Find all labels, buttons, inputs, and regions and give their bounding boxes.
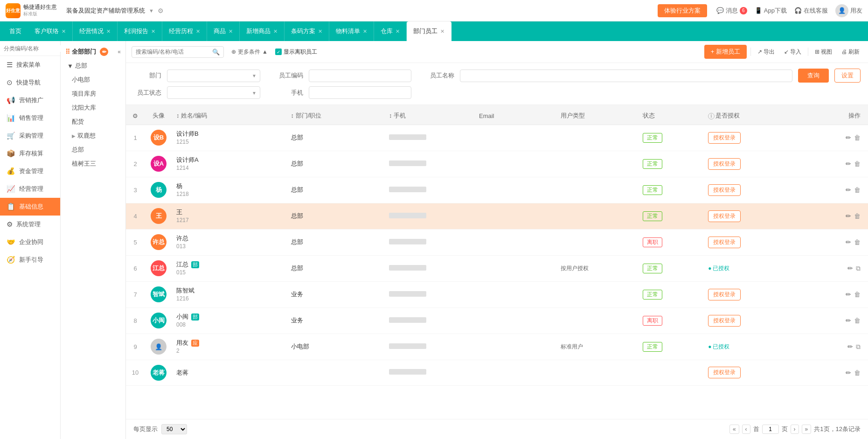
query-button[interactable]: 查询 [798,69,829,83]
print-button[interactable]: 🖨 刷新 [839,46,862,58]
sidebar-item-enterprise[interactable]: 🤝 企业协同 [0,233,60,251]
tab-home[interactable]: 首页 [3,21,28,41]
del-btn-3[interactable]: 🗑 [854,186,861,194]
tab-operations[interactable]: 经营情况 ✕ [73,21,118,41]
tab-goods[interactable]: 商品 ✕ [207,21,240,41]
edit-btn-6[interactable]: ✏ [847,265,853,272]
tab-dept-staff-close[interactable]: ✕ [440,28,444,35]
online-service-item[interactable]: 🎧 在线客服 [794,7,828,15]
auth-btn-8[interactable]: 授权登录 [708,315,741,327]
emp-name-input[interactable] [460,70,792,82]
copy-btn-6[interactable]: ⧉ [856,265,861,272]
edit-btn-9[interactable]: ✏ [847,343,853,350]
auth-btn-7[interactable]: 授权登录 [708,289,741,300]
edit-btn-1[interactable]: ✏ [846,134,851,141]
del-btn-10[interactable]: 🗑 [854,369,861,376]
tab-warehouse[interactable]: 仓库 ✕ [374,21,407,41]
tab-customer-close[interactable]: ✕ [62,28,66,35]
settings-button[interactable]: 设置 [834,69,861,83]
auth-btn-2[interactable]: 授权登录 [708,158,741,170]
user-item[interactable]: 👤 用友 [835,4,862,17]
sidebar-item-operations[interactable]: 📈 经营管理 [0,180,60,198]
tree-item-ph[interactable]: 配货 [61,115,125,129]
phone-input[interactable] [309,86,411,99]
sidebar-item-quick-nav[interactable]: ⊙ 快捷导航 [0,74,60,91]
col-settings[interactable]: ⚙ [126,107,145,125]
sidebar-item-base-info[interactable]: 📋 基础信息 [0,198,60,216]
tab-bom[interactable]: 物料清单 ✕ [329,21,374,41]
tab-history-close[interactable]: ✕ [196,28,200,35]
col-name-code[interactable]: ↕ 姓名/编码 [173,107,287,125]
tree-item-xmk[interactable]: 项目库房 [61,87,125,101]
tree-collapse-icon[interactable]: « [118,49,121,55]
del-btn-8[interactable]: 🗑 [854,317,861,324]
show-inactive-checkbox[interactable]: ✓ [275,49,282,55]
dept-select[interactable] [167,70,260,82]
col-dept-role[interactable]: ↕ 部门/职位 [287,107,385,125]
page-number-input[interactable] [762,425,779,434]
sidebar-item-search[interactable]: ☰ 搜索菜单 [0,56,60,74]
sidebar-item-guide[interactable]: 🧭 新手引导 [0,251,60,269]
sidebar-item-sales[interactable]: 📊 销售管理 [0,109,60,127]
system-title-arrow[interactable]: ▼ [149,8,154,14]
page-size-select[interactable]: 50 100 200 [161,424,187,434]
system-settings-icon[interactable]: ⚙ [158,7,164,14]
del-btn-2[interactable]: 🗑 [854,160,861,167]
auth-btn-1[interactable]: 授权登录 [708,132,741,144]
tree-item-zsw[interactable]: 植树王三 [61,157,125,171]
tab-dept-staff[interactable]: 部门员工 ✕ [407,21,451,41]
prev-page-btn[interactable]: ‹ [742,425,750,434]
tree-edit-icon[interactable]: ✏ [100,48,108,56]
emp-code-input[interactable] [309,70,411,82]
edit-btn-4[interactable]: ✏ [846,212,851,220]
tab-bom-close[interactable]: ✕ [363,28,367,35]
sidebar-item-inventory[interactable]: 📦 库存核算 [0,145,60,162]
del-btn-1[interactable]: 🗑 [854,134,861,141]
import-button[interactable]: ↙ 导入 [781,46,804,58]
sidebar-item-marketing[interactable]: 📢 营销推广 [0,91,60,109]
tab-profit-close[interactable]: ✕ [151,28,155,35]
tab-operations-close[interactable]: ✕ [106,28,111,35]
search-input[interactable] [136,49,210,55]
sidebar-item-sys-mgmt[interactable]: ⚙ 系统管理 [0,216,60,233]
edit-btn-10[interactable]: ✏ [846,369,851,376]
sidebar-item-purchase[interactable]: 🛒 采购管理 [0,127,60,145]
auth-btn-3[interactable]: 授权登录 [708,184,741,196]
message-item[interactable]: 💬 消息 6 [716,7,747,15]
filter-btn[interactable]: ⊕ 更多条件 ▲ [228,46,271,58]
tab-goods-close[interactable]: ✕ [229,28,233,35]
tab-history[interactable]: 经营历程 ✕ [162,21,207,41]
del-btn-7[interactable]: 🗑 [854,291,861,298]
tree-item-zb[interactable]: 总部 [61,143,125,157]
add-employee-button[interactable]: + 新增员工 [704,45,747,59]
tab-add-goods[interactable]: 新增商品 ✕ [240,21,285,41]
view-button[interactable]: ⊞ 视图 [812,46,835,58]
tab-barcode-close[interactable]: ✕ [318,28,322,35]
emp-status-select[interactable] [167,86,260,99]
edit-btn-8[interactable]: ✏ [846,317,851,324]
app-download-item[interactable]: 📱 App下载 [755,7,787,15]
auth-btn-4[interactable]: 授权登录 [708,210,741,222]
auth-btn-5[interactable]: 授权登录 [708,237,741,248]
edit-btn-3[interactable]: ✏ [846,186,851,194]
show-inactive-area[interactable]: ✓ 显示离职员工 [275,48,317,56]
tab-warehouse-close[interactable]: ✕ [396,28,400,35]
del-btn-5[interactable]: 🗑 [854,238,861,246]
tab-customer[interactable]: 客户联络 ✕ [28,21,73,41]
edit-btn-2[interactable]: ✏ [846,160,851,167]
col-phone[interactable]: ↕ 手机 [385,107,475,125]
tab-barcode[interactable]: 条码方案 ✕ [285,21,329,41]
tree-item-sydk[interactable]: 沈阳大库 [61,101,125,115]
first-page-btn[interactable]: « [729,425,739,434]
tab-profit[interactable]: 利润报告 ✕ [118,21,162,41]
edit-btn-7[interactable]: ✏ [846,291,851,298]
next-page-btn[interactable]: › [791,425,799,434]
sidebar-item-finance[interactable]: 💰 资金管理 [0,162,60,180]
export-button[interactable]: ↗ 导出 [755,46,778,58]
tree-item-slx[interactable]: ▶ 双鹿想 [61,129,125,143]
tree-item-xd[interactable]: 小电部 [61,73,125,87]
trial-button[interactable]: 体验行业方案 [658,4,707,17]
edit-btn-5[interactable]: ✏ [846,238,851,246]
last-page-btn[interactable]: » [802,425,812,434]
copy-btn-9[interactable]: ⧉ [856,343,861,351]
